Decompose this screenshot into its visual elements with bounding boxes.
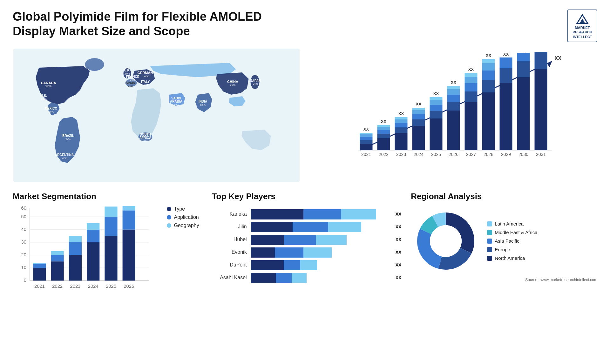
legend-latin-america: Latin America bbox=[487, 221, 537, 226]
svg-text:xx%: xx% bbox=[48, 110, 54, 113]
player-name: Kaneka bbox=[212, 211, 247, 217]
bar-chart: XX XX XX XX bbox=[316, 52, 591, 172]
svg-text:2021: 2021 bbox=[34, 284, 45, 289]
regional-analysis-section: Regional Analysis bbox=[411, 188, 597, 303]
svg-rect-94 bbox=[500, 57, 512, 68]
svg-rect-53 bbox=[377, 125, 390, 127]
legend-label: Latin America bbox=[495, 221, 524, 226]
svg-text:XX: XX bbox=[416, 102, 422, 106]
player-jilin: Jilin XX bbox=[212, 222, 398, 232]
svg-rect-140 bbox=[87, 223, 99, 229]
svg-text:ARABIA: ARABIA bbox=[170, 100, 182, 103]
svg-text:SPAIN: SPAIN bbox=[126, 81, 135, 85]
svg-text:xx%: xx% bbox=[144, 75, 149, 78]
svg-text:2026: 2026 bbox=[124, 284, 134, 289]
svg-rect-44 bbox=[360, 140, 373, 144]
svg-text:XX: XX bbox=[433, 91, 439, 96]
svg-text:XX: XX bbox=[363, 127, 369, 131]
player-name: Hubei bbox=[212, 237, 247, 242]
svg-rect-58 bbox=[395, 119, 408, 123]
legend-color bbox=[487, 256, 492, 261]
bottom-row: Market Segmentation 0 10 20 30 40 50 60 bbox=[13, 188, 597, 303]
segmentation-chart: 0 10 20 30 40 50 60 bbox=[13, 206, 157, 300]
player-hubei: Hubei XX bbox=[212, 235, 398, 244]
player-dupont: DuPont XX bbox=[212, 260, 398, 270]
player-name: Asahi Kasei bbox=[212, 275, 247, 280]
svg-rect-45 bbox=[360, 137, 373, 140]
svg-rect-69 bbox=[430, 105, 443, 111]
key-players-section: Top Key Players Kaneka XX Jilin bbox=[212, 188, 398, 303]
legend-application-label: Application bbox=[174, 214, 199, 220]
svg-rect-100 bbox=[535, 69, 547, 150]
svg-rect-80 bbox=[465, 91, 478, 102]
svg-rect-47 bbox=[360, 133, 373, 134]
svg-rect-145 bbox=[123, 210, 135, 229]
svg-rect-146 bbox=[123, 206, 135, 210]
svg-text:2024: 2024 bbox=[88, 284, 98, 289]
svg-rect-142 bbox=[105, 217, 117, 236]
player-xx: XX bbox=[396, 262, 402, 267]
svg-point-159 bbox=[430, 225, 462, 257]
svg-text:xx%: xx% bbox=[41, 97, 47, 101]
svg-text:MEXICO: MEXICO bbox=[45, 107, 58, 110]
svg-rect-96 bbox=[517, 77, 530, 150]
svg-rect-46 bbox=[360, 134, 373, 137]
svg-rect-71 bbox=[430, 97, 443, 100]
legend-geography-dot bbox=[167, 223, 171, 228]
legend-type-dot bbox=[167, 207, 171, 211]
svg-rect-62 bbox=[412, 119, 425, 126]
player-name: DuPont bbox=[212, 262, 247, 268]
svg-text:xx%: xx% bbox=[143, 139, 148, 143]
svg-rect-79 bbox=[465, 102, 478, 150]
legend-application: Application bbox=[167, 214, 199, 220]
svg-rect-63 bbox=[412, 114, 425, 119]
svg-text:20: 20 bbox=[21, 252, 26, 257]
svg-rect-70 bbox=[430, 100, 443, 105]
logo-icon bbox=[574, 13, 590, 25]
svg-text:U.K.: U.K. bbox=[124, 69, 131, 72]
market-segmentation: Market Segmentation 0 10 20 30 40 50 60 bbox=[13, 188, 199, 303]
svg-text:2027: 2027 bbox=[466, 152, 476, 157]
page-title: Global Polyimide Film for Flexible AMOLE… bbox=[13, 10, 299, 38]
svg-rect-56 bbox=[395, 127, 408, 133]
world-map: CANADA xx% U.S. xx% MEXICO xx% BRAZIL xx… bbox=[13, 49, 300, 182]
svg-point-3 bbox=[85, 58, 104, 71]
svg-rect-135 bbox=[69, 255, 82, 280]
player-xx: XX bbox=[396, 275, 402, 280]
svg-rect-68 bbox=[430, 111, 443, 118]
svg-rect-55 bbox=[395, 133, 408, 150]
segmentation-title: Market Segmentation bbox=[13, 192, 199, 201]
svg-text:40: 40 bbox=[21, 227, 26, 232]
svg-rect-83 bbox=[465, 73, 478, 77]
svg-text:CHINA: CHINA bbox=[227, 80, 238, 84]
legend-geography-label: Geography bbox=[174, 223, 199, 228]
page-header: Global Polyimide Film for Flexible AMOLE… bbox=[13, 10, 597, 42]
player-xx: XX bbox=[396, 250, 402, 255]
svg-rect-81 bbox=[465, 83, 478, 91]
svg-rect-97 bbox=[517, 61, 530, 77]
svg-text:2030: 2030 bbox=[518, 152, 528, 157]
svg-rect-131 bbox=[33, 263, 46, 264]
svg-rect-76 bbox=[447, 89, 460, 95]
svg-text:xx%: xx% bbox=[45, 84, 51, 88]
legend-label: Middle East & Africa bbox=[495, 230, 537, 235]
legend-middle-east-africa: Middle East & Africa bbox=[487, 230, 537, 235]
svg-rect-64 bbox=[412, 110, 425, 114]
svg-rect-129 bbox=[33, 268, 46, 280]
source-text: Source : www.marketresearchintellect.com bbox=[411, 278, 597, 282]
svg-rect-61 bbox=[412, 126, 425, 150]
svg-rect-134 bbox=[51, 251, 64, 255]
svg-rect-51 bbox=[377, 130, 390, 134]
svg-text:0: 0 bbox=[24, 278, 26, 283]
svg-text:FRANCE: FRANCE bbox=[126, 75, 139, 78]
svg-text:INDIA: INDIA bbox=[199, 100, 207, 103]
player-xx: XX bbox=[396, 224, 402, 229]
svg-text:XX: XX bbox=[451, 80, 457, 85]
svg-rect-73 bbox=[447, 111, 460, 150]
svg-text:2025: 2025 bbox=[106, 284, 116, 289]
logo-text: MARKET RESEARCH INTELLECT bbox=[573, 25, 592, 39]
svg-text:2031: 2031 bbox=[536, 152, 546, 157]
svg-text:xx%: xx% bbox=[62, 157, 67, 160]
svg-text:2022: 2022 bbox=[379, 152, 389, 157]
svg-rect-137 bbox=[69, 236, 82, 242]
